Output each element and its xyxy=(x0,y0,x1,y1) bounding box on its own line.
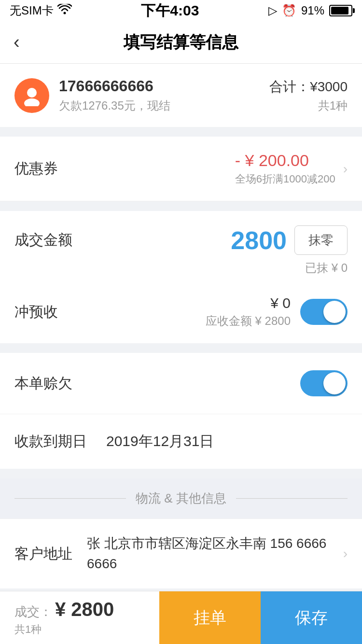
deal-label: 成交金额 xyxy=(14,230,72,250)
total-label-text: 合计： xyxy=(269,79,310,94)
bendan-toggle-knob xyxy=(323,372,346,394)
bottom-info: 成交： ¥ 2800 共1种 xyxy=(0,591,159,644)
baocun-button[interactable]: 保存 xyxy=(261,591,362,644)
chong-right: ¥ 0 应收金额 ¥ 2800 xyxy=(206,295,348,329)
back-button[interactable]: ‹ xyxy=(14,32,20,53)
date-row: 收款到期日 2019年12月31日 xyxy=(0,414,362,469)
svg-point-0 xyxy=(63,12,66,14)
coupon-row[interactable]: 优惠券 - ¥ 200.00 全场6折满1000减200 › xyxy=(0,137,362,201)
date-label: 收款到期日 xyxy=(14,432,87,451)
separator-4 xyxy=(0,469,362,478)
deal-row: 成交金额 2800 抹零 xyxy=(0,211,362,260)
alarm-icon: ⏰ xyxy=(282,4,296,17)
deal-section: 成交金额 2800 抹零 已抹 ¥ 0 冲预收 ¥ 0 应收金额 ¥ 2800 xyxy=(0,211,362,343)
total-count: 共1种 xyxy=(269,98,348,113)
user-subtitle: 欠款1276.35元，现结 xyxy=(59,98,170,113)
date-value: 2019年12月31日 xyxy=(106,432,214,451)
round-btn[interactable]: 抹零 xyxy=(294,225,348,255)
status-bar: 无SIM卡 下午4:03 ▷ ⏰ 91% xyxy=(0,0,362,21)
logistics-divider: 物流 & 其他信息 xyxy=(0,478,362,518)
coupon-desc: 全场6折满1000减200 xyxy=(235,172,335,186)
carrier-text: 无SIM卡 xyxy=(10,3,54,18)
address-value: 张 北京市市辖区海淀区永丰南 156 6666 6666 xyxy=(87,533,343,574)
coupon-amount: - ¥ 200.00 xyxy=(235,151,335,170)
bottom-amount: ¥ 2800 xyxy=(55,599,114,620)
chong-sub-text: 应收金额 ¥ 2800 xyxy=(206,313,291,329)
deal-right: 2800 抹零 xyxy=(231,225,348,255)
chengjiao-label: 成交： xyxy=(14,603,52,620)
svg-point-1 xyxy=(27,88,37,98)
address-chevron-icon: › xyxy=(343,546,348,561)
svg-point-2 xyxy=(24,98,40,106)
nav-bar: ‹ 填写结算等信息 xyxy=(0,21,362,64)
customer-right: 合计：¥3000 共1种 xyxy=(269,78,348,113)
wifi-icon xyxy=(57,4,72,17)
deal-value: 2800 xyxy=(231,226,287,255)
separator-3 xyxy=(0,343,362,353)
guadan-button[interactable]: 挂单 xyxy=(159,591,261,644)
coupon-right: - ¥ 200.00 全场6折满1000减200 › xyxy=(235,151,348,186)
divider-1 xyxy=(0,127,362,137)
total-label: 合计：¥3000 xyxy=(269,78,348,96)
address-label: 客户地址 xyxy=(14,544,72,564)
battery-icon xyxy=(329,5,352,16)
chong-toggle[interactable] xyxy=(300,299,348,325)
customer-left: 17666666666 欠款1276.35元，现结 xyxy=(14,77,170,113)
status-right: ▷ ⏰ 91% xyxy=(268,4,352,17)
chevron-right-icon: › xyxy=(343,161,348,177)
bendan-toggle[interactable] xyxy=(300,370,348,396)
chong-main-amount: ¥ 0 xyxy=(206,295,291,311)
battery-percent: 91% xyxy=(301,4,324,17)
bottom-bar: 成交： ¥ 2800 共1种 挂单 保存 xyxy=(0,591,362,644)
user-info: 17666666666 欠款1276.35元，现结 xyxy=(59,77,170,113)
customer-card: 17666666666 欠款1276.35元，现结 合计：¥3000 共1种 xyxy=(0,64,362,127)
bottom-count: 共1种 xyxy=(14,622,145,637)
coupon-label: 优惠券 xyxy=(14,159,58,179)
avatar xyxy=(14,78,49,113)
chong-label: 冲预收 xyxy=(14,302,58,322)
bendan-row: 本单赊欠 xyxy=(0,353,362,414)
status-time: 下午4:03 xyxy=(141,1,199,21)
chong-row: 冲预收 ¥ 0 应收金额 ¥ 2800 xyxy=(0,285,362,343)
location-icon: ▷ xyxy=(268,4,277,17)
total-amount: ¥3000 xyxy=(310,79,348,94)
deal-sub: 已抹 ¥ 0 xyxy=(305,261,348,274)
status-left: 无SIM卡 xyxy=(10,3,72,18)
chong-amount: ¥ 0 应收金额 ¥ 2800 xyxy=(206,295,291,329)
nav-title: 填写结算等信息 xyxy=(124,31,238,54)
address-row[interactable]: 客户地址 张 北京市市辖区海淀区永丰南 156 6666 6666 › xyxy=(0,518,362,588)
logistics-line-right xyxy=(236,498,348,499)
logistics-line-left xyxy=(14,498,126,499)
user-phone: 17666666666 xyxy=(59,77,170,95)
logistics-text: 物流 & 其他信息 xyxy=(136,490,226,507)
bendan-label: 本单赊欠 xyxy=(14,374,72,393)
toggle-knob xyxy=(323,301,346,323)
separator-2 xyxy=(0,201,362,211)
